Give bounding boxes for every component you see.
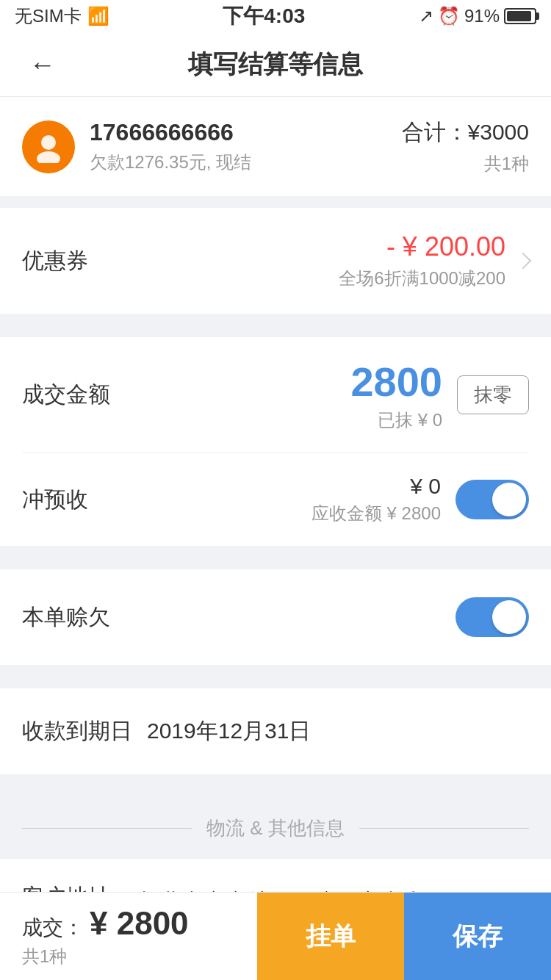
arrears-row: 本单赊欠	[22, 569, 529, 665]
gray-divider-3	[0, 677, 551, 688]
bottom-bar: 成交： ¥ 2800 共1种 挂单 保存	[0, 892, 551, 980]
wifi-icon: 📶	[87, 6, 109, 26]
due-date-value: 2019年12月31日	[147, 716, 311, 746]
transaction-amount: 2800	[350, 358, 442, 406]
back-button[interactable]: ←	[22, 42, 63, 87]
toggle-knob	[492, 483, 526, 516]
prepay-amount: ¥ 0	[311, 474, 441, 499]
status-left: 无SIM卡 📶	[15, 4, 109, 28]
status-right: ↗ ⏰ 91%	[419, 6, 536, 26]
bottom-deal-label: 成交：	[22, 914, 84, 942]
logistics-divider: 物流 & 其他信息	[0, 798, 551, 859]
gray-divider-2	[0, 558, 551, 569]
battery-pct: 91%	[464, 6, 500, 26]
prepay-label: 冲预收	[22, 485, 88, 515]
content: 17666666666 欠款1276.35元, 现结 合计：¥3000 共1种 …	[0, 97, 551, 980]
customer-count: 共1种	[402, 152, 529, 176]
arrears-section: 本单赊欠	[0, 569, 551, 665]
arrears-label: 本单赊欠	[22, 602, 110, 633]
alarm-icon: ⏰	[438, 6, 460, 26]
nav-bar: ← 填写结算等信息	[0, 32, 551, 97]
coupon-section: 优惠券 - ¥ 200.00 全场6折满1000减200	[0, 208, 551, 314]
round-button[interactable]: 抹零	[457, 375, 529, 414]
prepay-toggle[interactable]	[455, 480, 529, 519]
status-time: 下午4:03	[223, 2, 305, 30]
logistics-text: 物流 & 其他信息	[206, 815, 345, 841]
svg-point-0	[41, 135, 56, 150]
bottom-amount: ¥ 2800	[90, 905, 189, 942]
due-date-label: 收款到期日	[22, 716, 132, 746]
customer-sub: 欠款1276.35元, 现结	[90, 151, 251, 174]
coupon-row[interactable]: 优惠券 - ¥ 200.00 全场6折满1000减200	[0, 208, 551, 314]
coupon-discount: - ¥ 200.00	[339, 231, 505, 262]
gray-divider	[0, 325, 551, 337]
avatar	[22, 120, 75, 173]
customer-card: 17666666666 欠款1276.35元, 现结 合计：¥3000 共1种	[0, 97, 551, 196]
chevron-right-icon	[515, 253, 532, 270]
page-title: 填写结算等信息	[188, 48, 363, 82]
gray-divider-4	[0, 786, 551, 798]
due-date-section: 收款到期日 2019年12月31日	[0, 688, 551, 774]
prepay-row: 冲预收 ¥ 0 应收金额 ¥ 2800	[22, 453, 529, 546]
arrears-toggle-knob	[492, 600, 526, 634]
location-icon: ↗	[419, 6, 433, 26]
coupon-desc: 全场6折满1000减200	[339, 267, 505, 290]
customer-phone: 17666666666	[90, 119, 251, 146]
bottom-count: 共1种	[22, 945, 235, 968]
arrears-toggle[interactable]	[455, 597, 529, 637]
transaction-label: 成交金额	[22, 380, 110, 410]
status-bar: 无SIM卡 📶 下午4:03 ↗ ⏰ 91%	[0, 0, 551, 32]
transaction-section: 成交金额 2800 已抹 ¥ 0 抹零 冲预收 ¥ 0 应收金额 ¥ 2800	[0, 337, 551, 546]
transaction-row: 成交金额 2800 已抹 ¥ 0 抹零	[22, 337, 529, 453]
save-button[interactable]: 保存	[404, 893, 551, 981]
due-date-row: 收款到期日 2019年12月31日	[22, 688, 529, 774]
sim-label: 无SIM卡	[15, 4, 82, 28]
transaction-sub: 已抹 ¥ 0	[350, 408, 442, 432]
battery-icon	[504, 8, 536, 24]
coupon-label: 优惠券	[22, 246, 88, 276]
prepay-sub: 应收金额 ¥ 2800	[311, 502, 441, 525]
svg-point-1	[37, 151, 60, 163]
customer-total: 合计：¥3000	[402, 118, 529, 148]
hang-button[interactable]: 挂单	[257, 893, 404, 981]
